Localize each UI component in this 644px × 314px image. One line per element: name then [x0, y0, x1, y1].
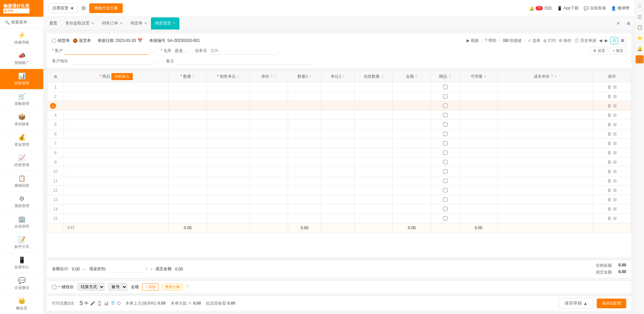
qty2-cell-8[interactable]	[288, 148, 321, 158]
list-view-btn[interactable]: ☰	[610, 37, 618, 44]
address-input[interactable]	[70, 57, 154, 65]
settings-gear-icon[interactable]: ⚙	[81, 5, 86, 11]
gift-checkbox-15[interactable]	[443, 216, 447, 221]
qty2-cell-11[interactable]	[288, 176, 321, 186]
gift-cell-7[interactable]	[431, 139, 460, 148]
amount-cell-6[interactable]	[393, 129, 431, 139]
pkg-qty-cell-7[interactable]	[355, 139, 393, 148]
cash-discount-input[interactable]	[109, 266, 143, 272]
cost-price-cell-10[interactable]	[497, 167, 593, 176]
gift-cell-11[interactable]	[431, 176, 460, 186]
cost-price-cell-3[interactable]	[497, 101, 593, 111]
unit2-cell-12[interactable]	[321, 186, 355, 195]
radio-return-input[interactable]	[73, 39, 77, 43]
copy-row-btn-4[interactable]: ⊞	[613, 113, 617, 118]
goods-cell-1[interactable]	[64, 82, 169, 92]
price-cell-15[interactable]	[250, 214, 288, 223]
unit-cell-11[interactable]	[207, 176, 250, 186]
available-cell-1[interactable]	[460, 82, 498, 92]
remarks-input[interactable]	[176, 57, 310, 65]
available-cell-9[interactable]	[460, 158, 498, 167]
delete-row-btn-2[interactable]: 🗑	[607, 94, 611, 99]
cost-price-cell-11[interactable]	[497, 176, 593, 186]
sidebar-item-purchase[interactable]: 🛒 采购管理	[0, 89, 43, 110]
qty2-cell-13[interactable]	[288, 195, 321, 204]
radio-return[interactable]: 退货单	[73, 38, 91, 44]
cost-price-cell-15[interactable]	[497, 214, 593, 223]
gift-cell-10[interactable]	[431, 167, 460, 176]
gift-checkbox-9[interactable]	[443, 160, 447, 164]
qty-cell-9[interactable]	[169, 158, 207, 167]
qty-cell-11[interactable]	[169, 176, 207, 186]
online-service-btn[interactable]: 💬 在线客服	[584, 5, 606, 11]
available-cell-8[interactable]	[460, 148, 498, 158]
gift-cell-8[interactable]	[431, 148, 460, 158]
unit-cell-1[interactable]	[207, 82, 250, 92]
qty-cell-13[interactable]	[169, 195, 207, 204]
goods-cell-4[interactable]	[64, 111, 169, 120]
price-cell-3[interactable]	[250, 101, 288, 111]
copy-row-btn-2[interactable]: ⊞	[613, 94, 617, 99]
pkg-qty-cell-11[interactable]	[355, 176, 393, 186]
qty2-cell-1[interactable]	[288, 82, 321, 92]
unit2-cell-11[interactable]	[321, 176, 355, 186]
goods-cell-5[interactable]	[64, 120, 169, 129]
pkg-qty-cell-3[interactable]	[355, 101, 393, 111]
sidebar-item-sales[interactable]: 📊 销售管理	[0, 69, 43, 89]
tab-price-settings[interactable]: 售价提取设置 ✕	[61, 17, 98, 29]
qty2-cell-4[interactable]	[288, 111, 321, 120]
goods-cell-10[interactable]	[64, 167, 169, 176]
cost-price-cell-6[interactable]	[497, 129, 593, 139]
available-cell-6[interactable]	[460, 129, 498, 139]
cost-price-cell-12[interactable]	[497, 186, 593, 195]
goods-cell-6[interactable]	[64, 129, 169, 139]
available-cell-11[interactable]	[460, 176, 498, 186]
sidebar-item-newbie[interactable]: 📝 新手引导	[0, 233, 43, 253]
nav-next[interactable]: ▶	[605, 38, 608, 43]
qty-cell-10[interactable]	[169, 167, 207, 176]
unit-cell-2[interactable]	[207, 92, 250, 101]
tab-price-settings-close[interactable]: ✕	[91, 21, 94, 25]
available-cell-2[interactable]	[460, 92, 498, 101]
copy-row-btn-1[interactable]: ⊞	[613, 84, 617, 89]
unit-cell-5[interactable]	[207, 120, 250, 129]
gift-cell-14[interactable]	[431, 204, 460, 214]
available-cell-15[interactable]	[460, 214, 498, 223]
cost-price-cell-8[interactable]	[497, 148, 593, 158]
delete-row-btn-8[interactable]: 🗑	[607, 150, 611, 155]
available-cell-10[interactable]	[460, 167, 498, 176]
add-payment-btn[interactable]: + 添加	[142, 284, 159, 291]
unit2-cell-15[interactable]	[321, 214, 355, 223]
copy-row-btn-8[interactable]: ⊞	[613, 150, 617, 155]
tab-sales-return-close[interactable]: ✕	[173, 21, 175, 25]
print-btn[interactable]: 🖨 打印	[543, 38, 556, 44]
pkg-qty-cell-8[interactable]	[355, 148, 393, 158]
unit2-cell-1[interactable]	[321, 82, 355, 92]
price-cell-14[interactable]	[250, 204, 288, 214]
gift-checkbox-1[interactable]	[443, 85, 447, 89]
save-new-btn[interactable]: 保存&新增	[597, 299, 626, 308]
delete-row-btn-5[interactable]: 🗑	[607, 122, 611, 127]
notification-btn[interactable]: 🔔 70 消息	[529, 5, 552, 11]
gift-checkbox-11[interactable]	[443, 179, 447, 183]
unit-cell-3[interactable]	[207, 101, 250, 111]
available-cell-7[interactable]	[460, 139, 498, 148]
status-icon-3[interactable]: 🎤	[90, 301, 95, 306]
available-cell-13[interactable]	[460, 195, 498, 204]
copy-row-btn-13[interactable]: ⊞	[613, 197, 617, 202]
price-cell-5[interactable]	[250, 120, 288, 129]
available-cell-5[interactable]	[460, 120, 498, 129]
tab-sales-order-close[interactable]: ✕	[120, 21, 122, 25]
delete-row-btn-14[interactable]: 🗑	[607, 206, 611, 211]
gift-checkbox-4[interactable]	[443, 113, 447, 117]
amount-cell-7[interactable]	[393, 139, 431, 148]
gift-cell-13[interactable]	[431, 195, 460, 204]
shortcut-btn[interactable]: ⌨ 快捷键	[503, 38, 522, 44]
unit-cell-13[interactable]	[207, 195, 250, 204]
status-icon-2[interactable]: 中	[85, 301, 89, 306]
status-icon-4[interactable]: ⌚	[97, 301, 102, 306]
tab-home[interactable]: 首页	[45, 17, 61, 29]
experience-btn[interactable]: 体验行业方案	[89, 3, 123, 13]
copy-row-btn-6[interactable]: ⊞	[613, 131, 617, 136]
qty-cell-6[interactable]	[169, 129, 207, 139]
